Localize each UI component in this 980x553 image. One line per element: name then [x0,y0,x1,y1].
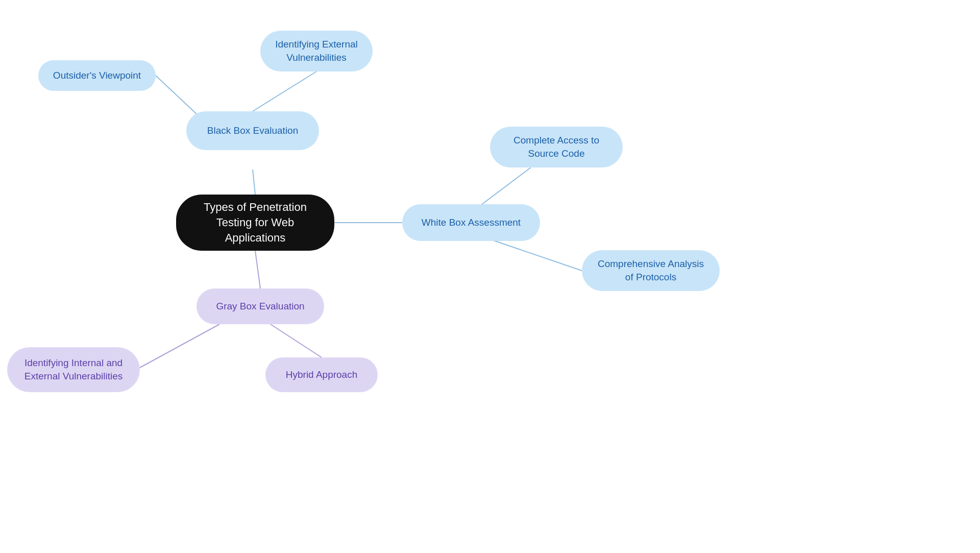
black-box-node: Black Box Evaluation [186,111,319,150]
white-box-node: White Box Assessment [402,204,540,241]
ext-vuln-label: Identifying External Vulnerabilities [273,38,360,64]
outsider-node: Outsider's Viewpoint [38,60,156,91]
center-label: Types of Penetration Testing for Web App… [188,200,322,245]
svg-line-6 [255,251,260,288]
ext-vuln-node: Identifying External Vulnerabilities [260,31,373,71]
svg-line-0 [253,170,255,195]
svg-line-7 [140,324,219,368]
hybrid-node: Hybrid Approach [265,357,378,392]
white-box-label: White Box Assessment [422,216,521,229]
center-node: Types of Penetration Testing for Web App… [176,195,334,251]
svg-line-1 [253,71,316,111]
hybrid-label: Hybrid Approach [286,368,357,381]
outsider-label: Outsider's Viewpoint [53,69,141,82]
int-ext-vuln-label: Identifying Internal and External Vulner… [19,356,128,382]
source-code-label: Complete Access to Source Code [502,134,610,160]
gray-box-node: Gray Box Evaluation [197,288,324,324]
int-ext-vuln-node: Identifying Internal and External Vulner… [7,347,140,392]
source-code-node: Complete Access to Source Code [490,127,623,167]
black-box-label: Black Box Evaluation [207,124,299,137]
gray-box-label: Gray Box Evaluation [216,300,304,313]
protocols-label: Comprehensive Analysis of Protocols [594,257,707,283]
protocols-node: Comprehensive Analysis of Protocols [582,250,720,291]
svg-line-8 [271,324,322,357]
